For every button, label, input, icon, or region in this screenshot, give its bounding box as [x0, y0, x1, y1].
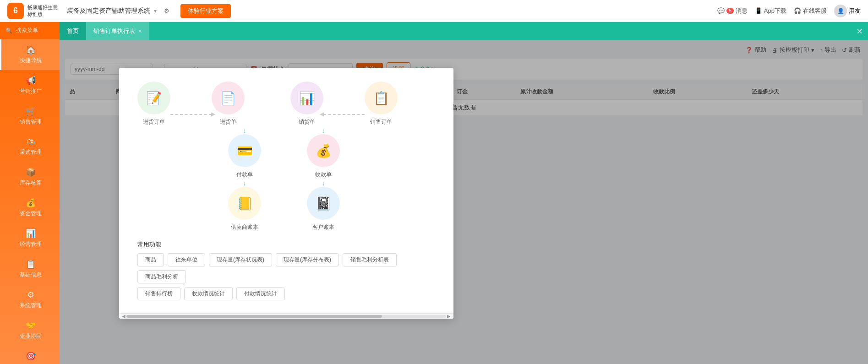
func-btn-goods-profit[interactable]: 商品毛利分析 [137, 270, 186, 283]
receipt-bill-label: 收款单 [315, 171, 332, 179]
customer-ledger-label: 客户账本 [312, 223, 334, 231]
search-icon: 🔍 [5, 27, 12, 34]
flow-down-arrows-row: ↓ ↓ [137, 127, 435, 134]
receipt-bill-circle: 💰 [307, 134, 340, 167]
func-btn-partners[interactable]: 往来单位 [168, 253, 205, 266]
app-download-button[interactable]: 📱 App下载 [755, 7, 786, 15]
supplier-ledger-circle: 📒 [228, 187, 261, 220]
scrollbar-thumb [126, 315, 382, 318]
flow-down-arrows-row2: ↓ ↓ [137, 179, 435, 187]
down-arrow-payment: ↓ [228, 127, 261, 134]
flow-node-purchase-order[interactable]: 📝 进货订单 [137, 81, 170, 126]
flow-node-sales-bill[interactable]: 📊 销货单 [290, 81, 323, 126]
tab-bar-close-button[interactable]: ✕ [857, 22, 868, 40]
tab-home[interactable]: 首页 [60, 22, 86, 40]
func-btn-sales-rank[interactable]: 销售排行榜 [137, 287, 180, 300]
flow-row-1: 📝 进货订单 ▶ [137, 81, 435, 126]
down-arrow-receipt: ↓ [307, 127, 340, 134]
avatar: 👤 [834, 5, 847, 17]
tab-sales-order[interactable]: 销售订单执行表 ✕ [86, 22, 149, 40]
payment-bill-circle: 💳 [228, 134, 261, 167]
message-icon: 💬 [717, 7, 725, 14]
func-btn-payment-stats[interactable]: 付款情况统计 [236, 287, 285, 300]
settings-icon[interactable]: ⚙ [160, 5, 173, 17]
operations-icon: 📊 [26, 228, 36, 239]
sidebar-label-basic-info: 基础信息 [20, 271, 42, 279]
flow-node-receipt-bill[interactable]: 💰 收款单 [307, 134, 340, 179]
enterprise-icon: 🤝 [26, 321, 36, 331]
sidebar-item-operations[interactable]: 📊 经营管理 [0, 223, 60, 254]
search-menu[interactable]: 🔍 搜索菜单 [0, 22, 60, 39]
system-icon: ⚙ [27, 290, 34, 300]
down-arrow-supplier: ↓ [228, 179, 261, 187]
sidebar-label-operations: 经营管理 [20, 240, 42, 248]
message-button[interactable]: 💬 5 消息 [717, 7, 748, 15]
sidebar-item-marketing[interactable]: 📢 营销推广 [0, 70, 60, 101]
sales-bill-icon: 📊 [299, 91, 315, 106]
sidebar-label-finance: 资金管理 [20, 210, 42, 217]
modal-overlay[interactable]: 📝 进货订单 ▶ [60, 40, 868, 364]
system-dropdown-icon[interactable]: ▾ [154, 8, 157, 14]
system-title: 装备及固定资产辅助管理系统 [67, 7, 150, 15]
flow-node-payment-bill[interactable]: 💳 付款单 [228, 134, 261, 179]
func-btn-sales-profit[interactable]: 销售毛利分析表 [343, 253, 397, 266]
scrollbar-track[interactable] [126, 315, 446, 318]
search-menu-label: 搜索菜单 [16, 27, 38, 34]
user-area[interactable]: 👤 用友 [834, 5, 861, 17]
sidebar-item-inventory[interactable]: 📦 库存核算 [0, 162, 60, 192]
sidebar-label-enterprise: 企业协同 [20, 332, 42, 340]
func-btn-stock-status[interactable]: 现存量(库存状况表) [209, 253, 272, 266]
tab-home-label: 首页 [67, 27, 79, 35]
flow-row-3: 📒 供应商账本 📓 客户账本 [137, 187, 435, 231]
tab-bar: 首页 销售订单执行表 ✕ ✕ [60, 22, 868, 40]
sidebar-item-guide[interactable]: 🎯 新手引导 [0, 346, 60, 364]
online-service-button[interactable]: 🎧 在线客服 [794, 7, 827, 15]
purchase-order-label: 进货订单 [143, 118, 165, 126]
customer-ledger-circle: 📓 [307, 187, 340, 220]
func-btn-receipt-stats[interactable]: 收款情况统计 [184, 287, 233, 300]
logo-area: 6 畅康通好生意 标惟版 [7, 3, 67, 19]
sales-icon: 🛒 [26, 106, 36, 116]
sidebar-label-sales: 销售管理 [20, 118, 42, 126]
app-icon: 📱 [755, 7, 762, 14]
logo-text: 畅康通好生意 标惟版 [27, 4, 58, 17]
arrow-so-to-sb: ◀ [323, 114, 365, 126]
receipt-bill-icon: 💰 [316, 143, 332, 158]
sidebar-item-finance[interactable]: 💰 资金管理 [0, 192, 60, 223]
payment-bill-icon: 💳 [237, 143, 253, 158]
scroll-left-icon[interactable]: ◀ [121, 314, 126, 319]
header-right: 💬 5 消息 📱 App下载 🎧 在线客服 👤 用友 [717, 5, 861, 17]
flow-node-supplier-ledger[interactable]: 📒 供应商账本 [228, 187, 261, 231]
sidebar-item-system[interactable]: ⚙ 系统管理 [0, 284, 60, 315]
sales-bill-label: 销货单 [299, 118, 315, 126]
sidebar-label-inventory: 库存核算 [20, 179, 42, 187]
trial-button[interactable]: 体验行业方案 [180, 4, 231, 18]
basic-info-icon: 📋 [26, 259, 36, 269]
func-btn-stock-dist[interactable]: 现存量(库存分布表) [276, 253, 339, 266]
sidebar-label-purchase: 采购管理 [20, 148, 42, 156]
sidebar-item-enterprise[interactable]: 🤝 企业协同 [0, 315, 60, 346]
purchase-order-circle: 📝 [137, 81, 170, 114]
scroll-right-icon[interactable]: ▶ [446, 314, 452, 319]
logo-icon: 6 [7, 3, 24, 19]
common-func-title: 常用功能 [137, 240, 435, 249]
sidebar-label-quick-nav: 快捷导航 [20, 57, 42, 65]
sales-order-icon: 📋 [373, 91, 389, 106]
flow-node-sales-order[interactable]: 📋 销售订单 [365, 81, 398, 126]
app-label: App下载 [764, 7, 786, 15]
sidebar-item-purchase[interactable]: 🛍 采购管理 [0, 131, 60, 162]
flow-node-customer-ledger[interactable]: 📓 客户账本 [307, 187, 340, 231]
tab-close-icon[interactable]: ✕ [138, 28, 142, 34]
sidebar: 🔍 搜索菜单 🏠 快捷导航 📢 营销推广 🛒 销售管理 🛍 采购管理 📦 库存核… [0, 22, 60, 364]
flow-node-purchase-bill[interactable]: 📄 进货单 [212, 81, 245, 126]
sales-order-circle: 📋 [365, 81, 398, 114]
online-label: 在线客服 [803, 7, 827, 15]
sidebar-item-basic-info[interactable]: 📋 基础信息 [0, 254, 60, 284]
sidebar-item-quick-nav[interactable]: 🏠 快捷导航 [0, 39, 60, 70]
common-func-area: 常用功能 商品 往来单位 现存量(库存状况表) 现存量(库存分布表) 销售毛利分… [119, 240, 453, 313]
purchase-bill-icon: 📄 [220, 91, 236, 106]
finance-icon: 💰 [26, 198, 36, 208]
sidebar-item-sales[interactable]: 🛒 销售管理 [0, 101, 60, 131]
system-title-area: 装备及固定资产辅助管理系统 ▾ ⚙ 体验行业方案 [67, 4, 717, 18]
func-btn-goods[interactable]: 商品 [137, 253, 164, 266]
